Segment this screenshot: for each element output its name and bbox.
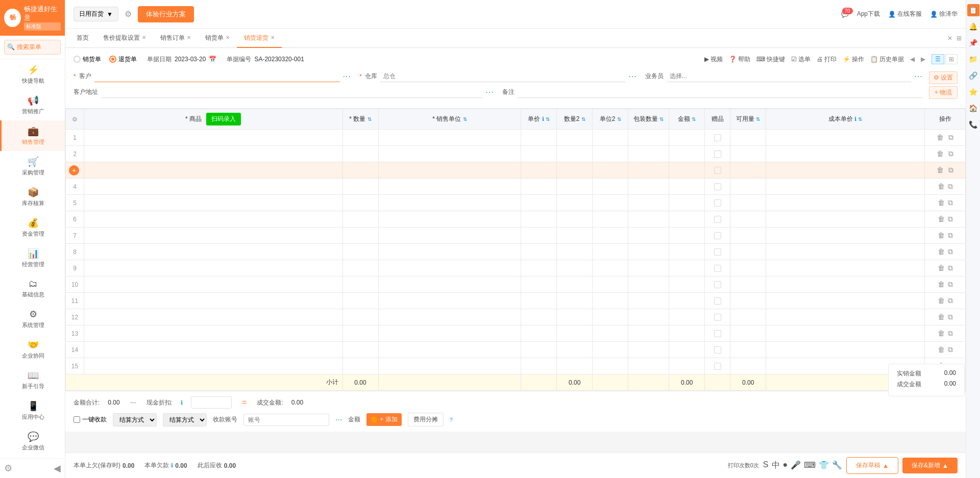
sidebar-item-enterprise[interactable]: 🤝 企业协同 bbox=[0, 334, 65, 365]
tab-sales-order-close[interactable]: ✕ bbox=[187, 28, 191, 47]
sidebar-item-sales[interactable]: 💼 销售管理 bbox=[0, 120, 65, 151]
gift-checkbox[interactable] bbox=[714, 346, 721, 354]
sidebar-item-system[interactable]: ⚙ 系统管理 bbox=[0, 304, 65, 334]
column-settings-icon[interactable]: ⚙ bbox=[72, 116, 78, 123]
gift-cell[interactable] bbox=[705, 130, 730, 146]
copy-row-btn[interactable]: ⧉ bbox=[947, 149, 955, 159]
customer-select-btn[interactable]: ··· bbox=[343, 72, 351, 81]
qty2-cell[interactable] bbox=[557, 146, 593, 162]
sidebar-settings-icon[interactable]: ⚙ bbox=[4, 463, 12, 474]
unit-cell[interactable] bbox=[378, 130, 521, 146]
delete-row-btn[interactable]: 🗑 bbox=[936, 214, 946, 223]
cost-cell[interactable] bbox=[766, 162, 925, 179]
sidebar-collapse-icon[interactable]: ◀ bbox=[54, 463, 61, 474]
delete-row-btn[interactable]: 🗑 bbox=[936, 231, 946, 240]
shortcut-btn[interactable]: ⌨ 快捷键 bbox=[756, 55, 785, 64]
delete-row-btn[interactable]: 🗑 bbox=[935, 165, 945, 174]
help-btn[interactable]: ❓ 帮助 bbox=[729, 55, 750, 64]
copy-row-btn[interactable]: ⧉ bbox=[946, 198, 954, 208]
tool1-icon[interactable]: 中 bbox=[772, 460, 780, 471]
debt-info-icon[interactable]: ℹ bbox=[171, 462, 173, 469]
sidebar-item-appstore[interactable]: 📱 应用中心 bbox=[0, 395, 65, 426]
right-icon-home[interactable]: 🏠 bbox=[967, 102, 979, 114]
available-cell[interactable] bbox=[730, 130, 766, 146]
view-grid-btn[interactable]: ⊞ bbox=[945, 54, 958, 64]
sidebar-item-marketing[interactable]: 📢 营销推广 bbox=[0, 90, 65, 120]
view-list-btn[interactable]: ☰ bbox=[932, 54, 944, 64]
tool2-icon[interactable]: ● bbox=[783, 460, 788, 471]
gift-checkbox[interactable] bbox=[714, 134, 721, 141]
copy-row-btn[interactable]: ⧉ bbox=[946, 182, 954, 191]
radio-sales[interactable]: 销货单 bbox=[74, 55, 101, 64]
goods-cell-active[interactable] bbox=[84, 162, 343, 179]
unit2-cell[interactable] bbox=[593, 162, 628, 179]
copy-row-btn[interactable]: ⧉ bbox=[946, 263, 954, 273]
history-btn[interactable]: 📋 历史单据 bbox=[870, 55, 904, 64]
delete-row-btn[interactable]: 🗑 bbox=[935, 149, 945, 158]
qty-cell[interactable] bbox=[342, 146, 378, 162]
account-select-btn[interactable]: ··· bbox=[335, 415, 342, 424]
right-icon-phone[interactable]: 📞 bbox=[967, 118, 979, 131]
gift-checkbox[interactable] bbox=[714, 248, 721, 256]
search-menu-button[interactable]: 🔍 搜索菜单 bbox=[4, 40, 61, 55]
staff-input[interactable] bbox=[667, 70, 912, 82]
right-icon-pin[interactable]: 📌 bbox=[967, 37, 979, 49]
delete-row-btn[interactable]: 🗑 bbox=[936, 329, 946, 338]
delete-row-btn[interactable]: 🗑 bbox=[936, 345, 946, 354]
copy-row-btn[interactable]: ⧉ bbox=[946, 280, 954, 289]
copy-row-btn[interactable]: ⧉ bbox=[946, 345, 954, 355]
sidebar-item-operations[interactable]: 📊 经营管理 bbox=[0, 243, 65, 273]
tab-sales-invoice-close[interactable]: ✕ bbox=[226, 28, 230, 47]
discount-input[interactable] bbox=[191, 396, 232, 409]
gift-cell[interactable] bbox=[705, 162, 730, 179]
delete-row-btn[interactable]: 🗑 bbox=[936, 198, 946, 207]
gift-checkbox[interactable] bbox=[714, 363, 721, 370]
price-cell[interactable] bbox=[521, 146, 557, 162]
goods-input[interactable] bbox=[87, 167, 339, 174]
amount-cell[interactable] bbox=[669, 146, 705, 162]
copy-row-btn[interactable]: ⧉ bbox=[947, 133, 955, 142]
calendar-icon[interactable]: 📅 bbox=[209, 56, 216, 63]
copy-row-btn[interactable]: ⧉ bbox=[946, 296, 954, 306]
tool6-icon[interactable]: 🔧 bbox=[832, 460, 842, 471]
tool3-icon[interactable]: 🎤 bbox=[791, 460, 801, 471]
operate-btn[interactable]: ⚡ 操作 bbox=[843, 55, 864, 64]
copy-row-btn[interactable]: ⧉ bbox=[947, 165, 955, 175]
message-badge[interactable]: 💬 70 bbox=[841, 11, 849, 18]
qty2-cell[interactable] bbox=[557, 130, 593, 146]
price-info-icon[interactable]: ℹ bbox=[542, 116, 544, 122]
calc-method-select[interactable]: 结算方式 bbox=[163, 413, 207, 426]
unit2-cell[interactable] bbox=[593, 146, 628, 162]
copy-row-btn[interactable]: ⧉ bbox=[946, 231, 954, 240]
gift-checkbox[interactable] bbox=[714, 232, 721, 239]
fenpai-help-icon[interactable]: ? bbox=[450, 417, 453, 423]
tab-price-extract[interactable]: 售价提取设置 ✕ bbox=[96, 29, 153, 48]
save-new-button[interactable]: 保存&新增 ▲ bbox=[902, 458, 958, 473]
note-input[interactable] bbox=[518, 86, 923, 98]
fenpai-button[interactable]: 费用分摊 bbox=[408, 413, 444, 426]
right-icon-star[interactable]: ⭐ bbox=[967, 86, 979, 98]
user-avatar[interactable]: 👤 徐泽华 bbox=[930, 10, 958, 18]
online-service-link[interactable]: 👤 在线客服 bbox=[888, 10, 922, 18]
tab-sales-return-close[interactable]: ✕ bbox=[271, 28, 275, 47]
add-logistics-button[interactable]: + 物流 bbox=[929, 86, 958, 99]
price-cell[interactable] bbox=[521, 162, 557, 179]
gift-checkbox[interactable] bbox=[714, 330, 721, 337]
price-cell[interactable] bbox=[521, 130, 557, 146]
tab-close-all-icon[interactable]: ✕ bbox=[947, 35, 952, 42]
warehouse-input[interactable] bbox=[380, 70, 626, 82]
add-row-button[interactable]: + bbox=[69, 165, 79, 175]
account-input[interactable] bbox=[243, 414, 329, 426]
qty2-cell[interactable] bbox=[557, 162, 593, 179]
delete-row-btn[interactable]: 🗑 bbox=[936, 182, 946, 191]
sidebar-item-finance[interactable]: 💰 资金管理 bbox=[0, 212, 65, 243]
tab-sales-return[interactable]: 销货退货 ✕ bbox=[237, 29, 282, 48]
unit-cell[interactable] bbox=[378, 162, 521, 179]
gift-checkbox[interactable] bbox=[714, 199, 721, 207]
available-cell[interactable] bbox=[730, 146, 766, 162]
sidebar-item-purchase[interactable]: 🛒 采购管理 bbox=[0, 151, 65, 182]
amount-cell[interactable] bbox=[669, 162, 705, 179]
delete-row-btn[interactable]: 🗑 bbox=[936, 247, 946, 256]
cost-info-icon[interactable]: ℹ bbox=[854, 116, 856, 122]
sidebar-item-inventory[interactable]: 📦 库存核算 bbox=[0, 182, 65, 212]
